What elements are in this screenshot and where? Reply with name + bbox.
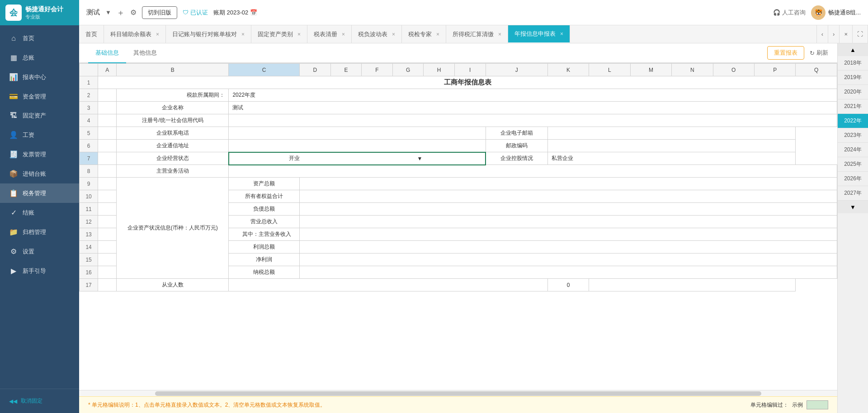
- calendar-icon[interactable]: 📅: [250, 9, 257, 16]
- sidebar-item-tax[interactable]: 📋税务管理: [0, 183, 79, 203]
- dropdown-arrow-icon[interactable]: ▼: [358, 155, 481, 162]
- col-header-q[interactable]: Q: [796, 64, 837, 76]
- sidebar-item-payroll[interactable]: 👤工资: [0, 125, 79, 145]
- horizontal-scrollbar[interactable]: [79, 390, 837, 396]
- year-item-2025年[interactable]: 2025年: [838, 157, 868, 172]
- sidebar-item-close[interactable]: ✓结账: [0, 203, 79, 222]
- cell-16-a[interactable]: [98, 266, 117, 279]
- sidebar-item-inventory[interactable]: 📦进销台账: [0, 164, 79, 183]
- cell-12-d[interactable]: [300, 216, 837, 228]
- col-header-p[interactable]: P: [755, 64, 796, 76]
- tab-tax-burden-close[interactable]: ×: [392, 31, 395, 38]
- tab-annual-report[interactable]: 年报信息申报表 ×: [508, 25, 570, 43]
- cell-9-b[interactable]: 企业资产状况信息(币种：人民币万元): [117, 178, 229, 279]
- tab-aux-close[interactable]: ×: [156, 31, 159, 38]
- tab-income-tax[interactable]: 所得税汇算清缴 ×: [446, 25, 508, 43]
- col-header-m[interactable]: M: [630, 64, 671, 76]
- year-item-2020年[interactable]: 2020年: [838, 85, 868, 99]
- tab-scroll-right[interactable]: ›: [828, 25, 840, 43]
- cell-15-d[interactable]: [300, 253, 837, 266]
- col-header-k[interactable]: K: [547, 64, 589, 76]
- h-scroll-thumb[interactable]: [155, 391, 762, 396]
- year-item-2024年[interactable]: 2024年: [838, 143, 868, 157]
- year-item-2026年[interactable]: 2026年: [838, 172, 868, 186]
- col-header-a[interactable]: A: [98, 64, 117, 76]
- switch-old-version-button[interactable]: 切到旧版: [142, 6, 177, 19]
- col-header-f[interactable]: F: [362, 64, 393, 76]
- tab-journal-close[interactable]: ×: [241, 31, 245, 38]
- cell-5-k[interactable]: [547, 127, 796, 140]
- cell-11-a[interactable]: [98, 203, 117, 216]
- cell-4-a[interactable]: [98, 114, 117, 127]
- topbar-dropdown-icon[interactable]: ▼: [105, 9, 111, 16]
- tab-scroll-left[interactable]: ‹: [817, 25, 828, 43]
- col-header-b[interactable]: B: [117, 64, 229, 76]
- cell-7-c-dropdown[interactable]: 开业 ▼: [229, 152, 486, 165]
- sub-tab-basic[interactable]: 基础信息: [88, 43, 126, 63]
- sidebar-item-fund[interactable]: 💳资金管理: [0, 87, 79, 106]
- tab-home[interactable]: 首页: [79, 25, 104, 43]
- col-header-n[interactable]: N: [672, 64, 713, 76]
- reset-report-button[interactable]: 重置报表: [767, 46, 804, 60]
- cell-13-d[interactable]: [300, 228, 837, 241]
- cell-7-k[interactable]: 私营企业: [547, 152, 796, 165]
- year-item-2027年[interactable]: 2027年: [838, 186, 868, 201]
- cell-5-a[interactable]: [98, 127, 117, 140]
- cell-6-c[interactable]: [229, 140, 486, 152]
- tab-tax-burden[interactable]: 税负波动表 ×: [352, 25, 402, 43]
- tab-close-current[interactable]: ×: [840, 25, 853, 43]
- col-header-i[interactable]: I: [454, 64, 486, 76]
- sidebar-item-fixed[interactable]: 🏗固定资产: [0, 106, 79, 125]
- cell-17-a[interactable]: [98, 279, 117, 291]
- col-header-h[interactable]: H: [424, 64, 455, 76]
- tab-fixed-asset-close[interactable]: ×: [297, 31, 301, 38]
- year-item-2019年[interactable]: 2019年: [838, 70, 868, 85]
- sub-tab-other[interactable]: 其他信息: [126, 43, 164, 63]
- col-header-g[interactable]: G: [392, 64, 424, 76]
- tab-tax-check[interactable]: 税检专家 ×: [402, 25, 446, 43]
- cell-2-a[interactable]: [98, 89, 117, 102]
- user-menu[interactable]: 🐯 畅捷通B组...: [811, 5, 861, 20]
- tab-fullscreen[interactable]: ⛶: [853, 25, 868, 43]
- topbar-add-button[interactable]: ＋: [117, 7, 125, 18]
- col-header-o[interactable]: O: [713, 64, 754, 76]
- refresh-button[interactable]: ↻ 刷新: [810, 46, 828, 60]
- year-panel-up[interactable]: ▲: [838, 43, 868, 56]
- col-header-j[interactable]: J: [486, 64, 547, 76]
- cell-4-c[interactable]: [229, 114, 837, 127]
- sidebar-item-report[interactable]: 📊报表中心: [0, 67, 79, 87]
- tab-aux[interactable]: 科目辅助余额表 ×: [104, 25, 166, 43]
- cell-10-a[interactable]: [98, 190, 117, 203]
- sidebar-item-invoice[interactable]: 🧾发票管理: [0, 145, 79, 164]
- sidebar-item-archive[interactable]: 📁归档管理: [0, 222, 79, 242]
- col-header-e[interactable]: E: [330, 64, 362, 76]
- spreadsheet-wrapper[interactable]: A B C D E F G H I J K L M: [79, 63, 837, 390]
- year-panel-down[interactable]: ▼: [838, 201, 868, 213]
- cell-9-a[interactable]: [98, 178, 117, 190]
- sidebar-item-home[interactable]: ⌂首页: [0, 29, 79, 48]
- cell-14-a[interactable]: [98, 241, 117, 253]
- topbar-settings-icon[interactable]: ⚙: [130, 8, 137, 17]
- col-header-d[interactable]: D: [300, 64, 331, 76]
- cell-3-a[interactable]: [98, 102, 117, 114]
- cell-3-c[interactable]: 测试: [229, 102, 837, 114]
- tab-income-tax-close[interactable]: ×: [498, 31, 501, 38]
- cell-17-k[interactable]: 0: [547, 279, 589, 291]
- cell-17-l[interactable]: [589, 279, 796, 291]
- cell-13-a[interactable]: [98, 228, 117, 241]
- col-header-c[interactable]: C: [229, 64, 300, 76]
- tab-tax-check-close[interactable]: ×: [436, 31, 439, 38]
- cell-15-a[interactable]: [98, 253, 117, 266]
- cell-14-d[interactable]: [300, 241, 837, 253]
- tab-tax-return-close[interactable]: ×: [342, 31, 345, 38]
- tab-annual-report-close[interactable]: ×: [560, 31, 563, 37]
- sidebar-item-settings[interactable]: ⚙设置: [0, 242, 79, 261]
- cell-8-c[interactable]: [229, 165, 837, 178]
- sidebar-item-ledger[interactable]: ▦总账: [0, 48, 79, 67]
- year-item-2018年[interactable]: 2018年: [838, 56, 868, 70]
- year-item-2022年[interactable]: 2022年: [838, 114, 868, 128]
- cell-6-k[interactable]: [547, 140, 796, 152]
- cell-5-c[interactable]: [229, 127, 486, 140]
- tab-tax-return[interactable]: 税表清册 ×: [307, 25, 352, 43]
- customer-service-button[interactable]: 🎧 人工咨询: [773, 9, 806, 17]
